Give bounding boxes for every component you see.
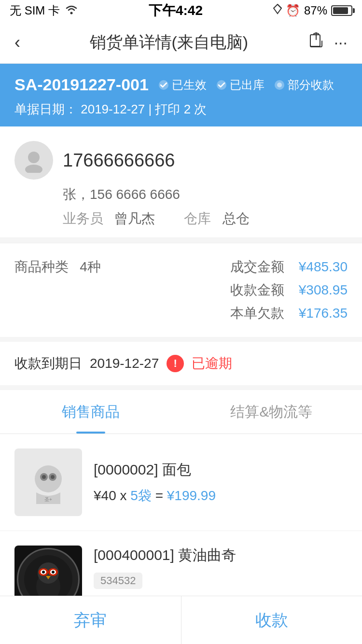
stats-left: 商品种类 4种 [14,258,101,276]
nav-bar: ‹ 销货单详情(来自电脑) ··· [0,21,362,64]
product-2-name: [000400001] 黄油曲奇 [94,546,348,565]
debt-label: 本单欠款 [230,304,284,322]
product-types-count: 4种 [80,259,101,274]
svg-point-5 [277,83,282,87]
battery-icon [331,5,352,16]
svg-point-11 [42,475,46,479]
svg-text:圣+: 圣+ [44,497,52,502]
product-1-price-row: ¥40 x 5袋 = ¥199.99 [94,487,348,505]
product-types-item: 商品种类 4种 [14,258,101,276]
svg-point-6 [28,152,40,163]
status-bar-right: ⏰ 87% [273,4,352,17]
collect-payment-label: 收款 [255,609,288,631]
tab-settlement[interactable]: 结算&物流等 [181,390,362,434]
warehouse-name: 总仓 [223,211,250,226]
tab-products[interactable]: 销售商品 [0,390,181,434]
product-1-equals: = [155,488,167,503]
battery-fill [333,7,348,14]
customer-section: 17666666666 张，156 6666 6666 业务员 曾凡杰 仓库 总… [0,126,362,238]
bottom-bar: 弃审 收款 [0,596,362,644]
product-2-sku-row: 534532 [94,572,348,589]
time-display: 下午4:42 [149,1,203,20]
cancel-review-label: 弃审 [74,609,107,631]
print-separator: | 打印 [148,102,183,116]
transaction-amount: ¥485.30 [299,259,348,275]
svg-point-21 [42,571,45,574]
stats-section: 商品种类 4种 成交金额 ¥485.30 收款金额 ¥308.95 本单欠款 ¥… [0,243,362,342]
status-badge-delivered: 已出库 [216,77,265,93]
customer-avatar [14,141,53,180]
product-item-1: 圣+ [0000002] 面包 ¥40 x 5袋 = ¥199.99 [0,434,362,531]
product-1-title: 面包 [162,462,191,477]
debt-row: 本单欠款 ¥176.35 [230,304,348,322]
warehouse-value [215,211,219,226]
product-2-title: 黄油曲奇 [178,547,236,563]
alarm-icon: ⏰ [286,4,300,17]
order-id-row: SA-20191227-001 已生效 已出库 部分收款 [14,75,348,94]
warehouse-item: 仓库 总仓 [184,210,249,228]
carrier-label: 无 SIM 卡 [10,3,60,18]
share-button[interactable] [308,32,324,53]
order-id: SA-20191227-001 [14,75,149,94]
received-amount: ¥308.95 [299,282,348,298]
due-date-value: 2019-12-27 [90,356,159,371]
back-button[interactable]: ‹ [14,32,20,53]
transaction-row: 成交金额 ¥485.30 [230,258,348,276]
more-button[interactable]: ··· [334,33,348,52]
print-unit: 次 [194,102,207,116]
cancel-review-button[interactable]: 弃审 [0,596,181,644]
product-1-total: ¥199.99 [167,488,216,503]
product-1-multiply: x [120,488,131,503]
received-row: 收款金额 ¥308.95 [230,281,348,299]
due-section: 收款到期日 2019-12-27 ! 已逾期 [0,342,362,390]
product-1-name: [0000002] 面包 [94,460,348,480]
salesperson-label: 业务员 [63,211,103,226]
transaction-label: 成交金额 [230,258,284,276]
collect-payment-button[interactable]: 收款 [181,596,362,644]
product-1-info: [0000002] 面包 ¥40 x 5袋 = ¥199.99 [94,448,348,516]
status-delivered-label: 已出库 [230,77,265,93]
battery-percentage: 87% [304,4,327,17]
received-label: 收款金额 [230,281,284,299]
due-date-label: 收款到期日 [14,354,82,373]
status-badge-partial: 部分收款 [274,77,334,93]
product-types-label: 商品种类 [14,259,69,274]
overdue-icon: ! [167,355,184,372]
svg-point-12 [51,475,55,479]
wifi-icon [65,4,78,17]
customer-name: 张，156 6666 6666 [63,185,348,204]
tabs-section: 销售商品 结算&物流等 [0,390,362,434]
product-2-sku: 534532 [94,573,142,589]
product-1-qty: 5袋 [130,488,155,503]
product-2-code: [000400001] [94,547,174,563]
date-label: 单据日期： [14,102,77,116]
customer-phone: 17666666666 [63,150,175,171]
salesperson-name: 曾凡杰 [114,211,155,226]
product-1-thumb: 圣+ [14,448,82,516]
status-effected-label: 已生效 [172,77,207,93]
nav-actions: ··· [308,32,348,53]
tab-products-label: 销售商品 [62,402,120,422]
customer-phone-row: 17666666666 [14,141,348,180]
location-icon [273,4,282,17]
status-partial-label: 部分收款 [288,77,334,93]
page-title: 销货单详情(来自电脑) [30,31,308,54]
status-bar-left: 无 SIM 卡 [10,3,78,18]
svg-point-22 [52,571,55,574]
salesperson-value [107,211,111,226]
product-1-price: ¥40 [94,488,116,503]
status-badge-effected: 已生效 [158,77,207,93]
overdue-text: 已逾期 [192,354,232,373]
order-date-row: 单据日期： 2019-12-27 | 打印 2 次 [14,101,348,118]
svg-rect-1 [310,35,320,46]
svg-point-8 [35,465,62,492]
customer-meta: 业务员 曾凡杰 仓库 总仓 [63,210,348,228]
debt-amount: ¥176.35 [299,306,348,321]
print-count: 2 [184,102,191,116]
warehouse-label: 仓库 [184,211,211,226]
order-header-banner: SA-20191227-001 已生效 已出库 部分收款 单据日期： 2019-… [0,64,362,126]
order-date: 2019-12-27 [81,102,145,116]
stats-right: 成交金额 ¥485.30 收款金额 ¥308.95 本单欠款 ¥176.35 [230,258,348,322]
tab-settlement-label: 结算&物流等 [230,402,312,422]
svg-point-0 [70,12,73,14]
